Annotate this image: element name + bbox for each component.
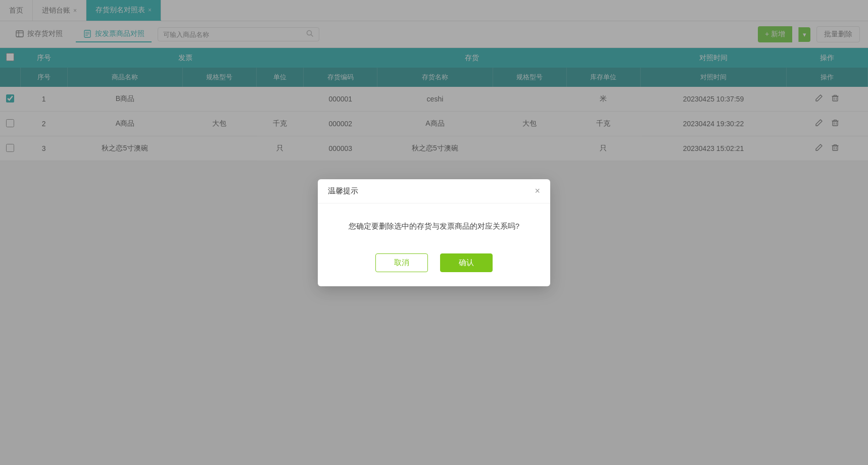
- modal-overlay: 温馨提示 × 您确定要删除选中的存货与发票商品的对应关系吗? 取消 确认: [0, 0, 868, 161]
